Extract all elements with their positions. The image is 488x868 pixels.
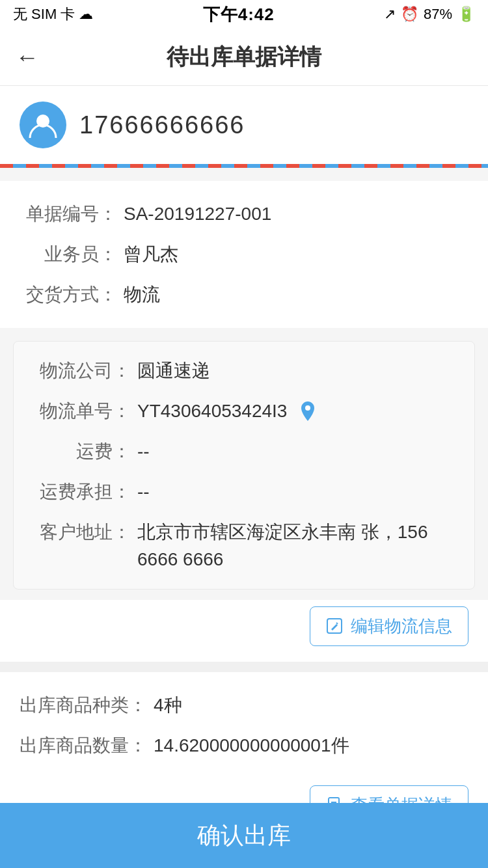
back-button[interactable]: ←: [16, 44, 39, 71]
delivery-method-value: 物流: [124, 281, 468, 308]
status-right: ↗ ⏰ 87% 🔋: [384, 6, 475, 23]
edit-logistics-button[interactable]: 编辑物流信息: [310, 606, 468, 646]
document-number-row: 单据编号： SA-20191227-001: [20, 200, 468, 228]
edit-logistics-label: 编辑物流信息: [351, 615, 452, 638]
battery-icon: 🔋: [457, 6, 475, 23]
salesperson-row: 业务员： 曾凡杰: [20, 241, 468, 268]
delivery-method-row: 交货方式： 物流: [20, 281, 468, 308]
order-info-section: 单据编号： SA-20191227-001 业务员： 曾凡杰 交货方式： 物流: [0, 181, 488, 328]
goods-types-row: 出库商品种类： 4种: [20, 692, 468, 719]
address-row: 客户地址： 北京市市辖区海淀区永丰南 张，156 6666 6666: [33, 519, 455, 573]
goods-quantity-row: 出库商品数量： 14.620000000000001件: [20, 732, 468, 759]
customer-phone: 17666666666: [79, 111, 245, 139]
salesperson-value: 曾凡杰: [124, 241, 468, 268]
status-left: 无 SIM 卡 ☁: [13, 5, 93, 24]
tracking-number-row: 物流单号： YT43064053424I3: [33, 398, 455, 425]
goods-types-label: 出库商品种类：: [20, 692, 154, 719]
logistics-company-value: 圆通速递: [137, 357, 455, 385]
battery-level: 87%: [424, 6, 452, 23]
goods-quantity-value: 14.620000000000001件: [154, 732, 468, 759]
location-status-icon: ↗: [384, 6, 396, 23]
tracking-number-label: 物流单号：: [33, 398, 137, 425]
freight-value: --: [137, 438, 455, 465]
separator-1: [0, 662, 488, 672]
dashed-divider: [0, 164, 488, 168]
address-label: 客户地址：: [33, 519, 137, 546]
svg-point-1: [305, 405, 310, 411]
alarm-icon: ⏰: [401, 6, 418, 23]
customer-header: 17666666666: [0, 86, 488, 164]
address-value: 北京市市辖区海淀区永丰南 张，156 6666 6666: [137, 519, 455, 573]
logistics-company-row: 物流公司： 圆通速递: [33, 357, 455, 385]
confirm-button[interactable]: 确认出库: [0, 803, 488, 868]
document-number-label: 单据编号：: [20, 200, 124, 228]
edit-icon: [326, 617, 344, 636]
confirm-button-label: 确认出库: [197, 820, 291, 852]
logistics-card: 物流公司： 圆通速递 物流单号： YT43064053424I3 运费： -- …: [13, 341, 475, 590]
tracking-number-text: YT43064053424I3: [137, 398, 287, 425]
user-icon: [27, 109, 59, 141]
freight-bearer-label: 运费承担：: [33, 478, 137, 506]
avatar: [20, 102, 66, 148]
freight-row: 运费： --: [33, 438, 455, 465]
tracking-number-value: YT43064053424I3: [137, 398, 455, 425]
freight-bearer-value: --: [137, 478, 455, 506]
salesperson-label: 业务员：: [20, 241, 124, 268]
map-pin-icon[interactable]: [296, 400, 319, 423]
status-bar: 无 SIM 卡 ☁ 下午4:42 ↗ ⏰ 87% 🔋: [0, 0, 488, 29]
document-number-value: SA-20191227-001: [124, 200, 468, 228]
goods-quantity-label: 出库商品数量：: [20, 732, 154, 759]
freight-bearer-row: 运费承担： --: [33, 478, 455, 506]
goods-section: 出库商品种类： 4种 出库商品数量： 14.620000000000001件: [0, 672, 488, 779]
logistics-company-label: 物流公司：: [33, 357, 137, 385]
nav-bar: ← 待出库单据详情: [0, 29, 488, 86]
page-title: 待出库单据详情: [167, 42, 321, 72]
goods-types-value: 4种: [154, 692, 468, 719]
status-time: 下午4:42: [203, 3, 275, 26]
edit-btn-container: 编辑物流信息: [0, 600, 488, 662]
delivery-method-label: 交货方式：: [20, 281, 124, 308]
freight-label: 运费：: [33, 438, 137, 465]
sim-label: 无 SIM 卡 ☁: [13, 5, 93, 24]
